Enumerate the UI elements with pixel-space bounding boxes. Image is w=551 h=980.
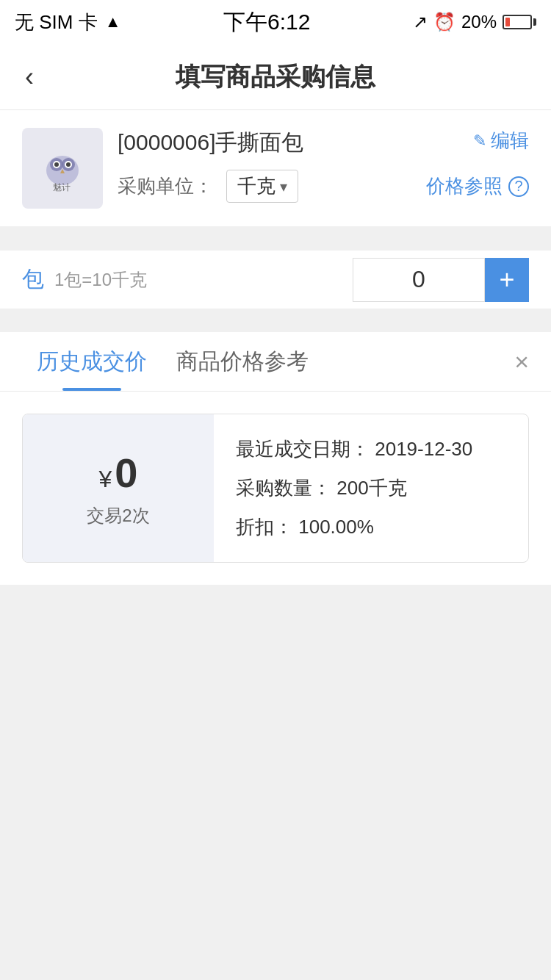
tab-history-price-label: 历史成交价 [37, 347, 147, 377]
back-button[interactable]: ‹ [18, 54, 41, 100]
quantity-input[interactable] [353, 258, 485, 302]
unit-dropdown-arrow: ▾ [280, 178, 287, 195]
svg-text:魅计: 魅计 [53, 182, 71, 192]
tab-product-price-ref-label: 商品价格参考 [176, 347, 309, 377]
product-logo-svg: 魅计 [37, 143, 88, 194]
bag-unit-label: 包 [22, 264, 44, 295]
discount-value: 100.00% [298, 516, 374, 538]
status-bar: 无 SIM 卡 ▲ 下午6:12 ↗ ⏰ 20% [0, 0, 551, 44]
bottom-panel: 历史成交价 商品价格参考 × ¥ 0 交易2次 最近成交日期： 2019-12-… [0, 332, 551, 585]
tab-product-price-ref[interactable]: 商品价格参考 [162, 332, 323, 391]
product-thumbnail: 魅计 [22, 128, 103, 209]
purchase-qty-row: 采购数量： 200千克 [236, 474, 506, 502]
bag-unit-desc: 1包=10千克 [54, 268, 147, 292]
transaction-area: ¥ 0 交易2次 最近成交日期： 2019-12-30 采购数量： 200千克 … [0, 392, 551, 585]
status-right: ↗ ⏰ 20% [413, 12, 536, 32]
svg-point-6 [66, 162, 71, 167]
location-icon: ↗ [413, 12, 428, 32]
tab-history-price[interactable]: 历史成交价 [22, 332, 162, 391]
unit-select[interactable]: 千克 ▾ [226, 170, 298, 203]
product-header: 魅计 [0000006]手撕面包 ✎ 编辑 采购单位： 千克 ▾ [22, 128, 529, 209]
transaction-detail-panel: 最近成交日期： 2019-12-30 采购数量： 200千克 折扣： 100.0… [214, 414, 528, 562]
product-unit-row: 采购单位： 千克 ▾ 价格参照 ? [118, 170, 529, 203]
price-ref-label: 价格参照 [426, 173, 503, 199]
section-divider-1 [0, 238, 551, 250]
transaction-count: 交易2次 [87, 504, 149, 527]
price-value: 0 [115, 449, 137, 497]
transaction-card: ¥ 0 交易2次 最近成交日期： 2019-12-30 采购数量： 200千克 … [22, 414, 529, 563]
product-card: 魅计 [0000006]手撕面包 ✎ 编辑 采购单位： 千克 ▾ [0, 110, 551, 226]
price-ref-button[interactable]: 价格参照 ? [426, 173, 529, 199]
recent-date-label: 最近成交日期： [236, 438, 370, 460]
edit-icon: ✎ [473, 131, 486, 151]
quantity-left: 包 1包=10千克 [22, 264, 147, 295]
unit-value: 千克 [237, 173, 276, 199]
unit-label: 采购单位： [118, 175, 213, 197]
unit-selector-group: 采购单位： 千克 ▾ [118, 170, 298, 203]
purchase-qty-value: 200千克 [336, 477, 406, 499]
recent-date-value: 2019-12-30 [375, 438, 472, 460]
purchase-qty-label: 采购数量： [236, 477, 331, 499]
quantity-plus-button[interactable]: + [485, 258, 529, 302]
tab-bar: 历史成交价 商品价格参考 × [0, 332, 551, 392]
edit-button[interactable]: ✎ 编辑 [473, 128, 529, 154]
help-icon: ? [508, 176, 529, 197]
svg-point-5 [54, 162, 59, 167]
section-divider-2 [0, 309, 551, 320]
panel-close-button[interactable]: × [514, 347, 529, 376]
battery-percent: 20% [461, 12, 497, 32]
status-left: 无 SIM 卡 ▲ [15, 10, 120, 35]
recent-date-row: 最近成交日期： 2019-12-30 [236, 435, 506, 464]
transaction-price: ¥ 0 [99, 449, 138, 497]
product-info: [0000006]手撕面包 ✎ 编辑 采购单位： 千克 ▾ 价格参照 [118, 128, 529, 203]
product-top-row: [0000006]手撕面包 ✎ 编辑 [118, 128, 529, 158]
page-title: 填写商品采购信息 [176, 60, 375, 94]
price-symbol: ¥ [99, 466, 112, 493]
quantity-right: + [353, 258, 529, 302]
alarm-icon: ⏰ [433, 12, 455, 32]
battery-icon [503, 15, 536, 29]
nav-bar: ‹ 填写商品采购信息 [0, 44, 551, 110]
status-time: 下午6:12 [223, 7, 310, 37]
tab-active-indicator [62, 388, 121, 391]
edit-label: 编辑 [491, 128, 529, 154]
discount-label: 折扣： [236, 516, 293, 538]
product-name: [0000006]手撕面包 [118, 128, 473, 158]
transaction-price-panel: ¥ 0 交易2次 [23, 414, 214, 562]
quantity-row: 包 1包=10千克 + [0, 250, 551, 309]
sim-status: 无 SIM 卡 [15, 10, 98, 35]
discount-row: 折扣： 100.00% [236, 513, 506, 541]
wifi-icon: ▲ [105, 12, 121, 32]
